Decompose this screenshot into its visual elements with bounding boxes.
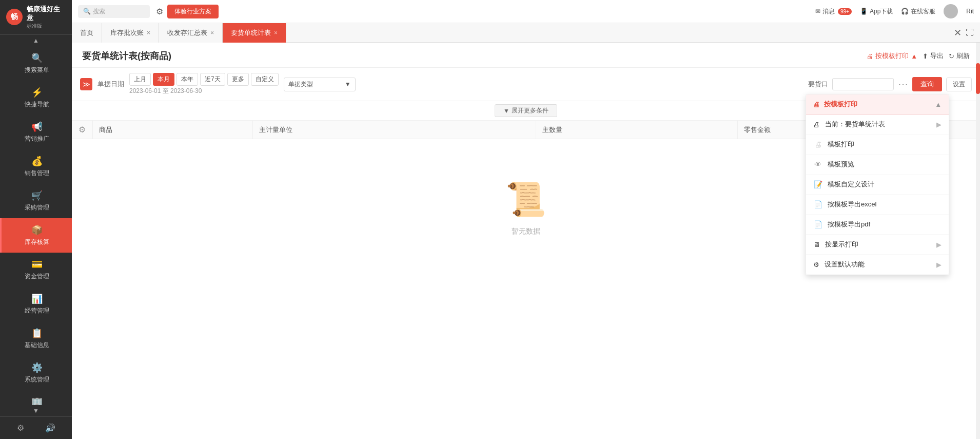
dropdown-item-template-pdf[interactable]: 📄 按模板导出pdf	[806, 215, 949, 235]
expand-window-icon[interactable]: ⛶	[966, 28, 974, 37]
sidebar-item-shortcut[interactable]: ⚡ 快捷导航	[0, 81, 72, 115]
tab-bar: 首页库存批次账 ×收发存汇总表 ×要货单统计表 × ✕ ⛶	[72, 23, 980, 43]
dropdown-item-default-func[interactable]: ⚙ 设置默认功能 ▶	[806, 255, 949, 275]
dropdown-item-label-template-preview: 模板预览	[828, 160, 854, 169]
query-button[interactable]: 查询	[912, 77, 942, 91]
message-icon: ✉	[815, 8, 820, 15]
sidebar-item-basic[interactable]: 📋 基础信息	[0, 321, 72, 356]
page-header-actions: 🖨 按模板打印 ▲ ⬆ 导出 ↻ 刷新	[867, 51, 970, 61]
tab-receipt-summary[interactable]: 收发存汇总表 ×	[159, 23, 223, 43]
chevron-right-icon: ▶	[936, 261, 942, 269]
tab-close-batch-account[interactable]: ×	[147, 29, 150, 36]
date-btn-本年[interactable]: 本年	[177, 73, 198, 86]
messages-button[interactable]: ✉ 消息 99+	[815, 7, 852, 16]
tab-batch-account[interactable]: 库存批次账 ×	[102, 23, 159, 43]
right-scrollbar[interactable]	[976, 43, 980, 439]
table-col-unit: 主计量单位	[253, 121, 536, 139]
display-print-icon: 🖥	[813, 241, 820, 249]
date-btn-更多[interactable]: 更多	[227, 73, 249, 86]
app-download-button[interactable]: 📱 App下载	[860, 7, 893, 16]
shortcut-label: 快捷导航	[25, 100, 49, 109]
gear-icon[interactable]: ⚙	[156, 7, 163, 16]
table-col-settings[interactable]: ⚙	[72, 121, 92, 139]
dropdown-item-template-excel[interactable]: 📄 按模板导出excel	[806, 195, 949, 215]
type-select[interactable]: 单据类型 ▼	[284, 78, 356, 91]
dropdown-item-template-custom[interactable]: 📝 模板自定义设计	[806, 175, 949, 195]
sidebar-item-operation[interactable]: 📊 经营管理	[0, 287, 72, 321]
sidebar-item-inventory[interactable]: 📦 库存核算	[0, 218, 72, 253]
template-custom-icon: 📝	[813, 180, 822, 188]
tab-close-order-stats[interactable]: ×	[274, 29, 278, 36]
finance-label: 资金管理	[25, 272, 49, 281]
close-window-icon[interactable]: ✕	[954, 27, 962, 39]
dropdown-header-right: ▲	[935, 101, 942, 108]
sidebar-item-finance[interactable]: 💳 资金管理	[0, 253, 72, 287]
messages-label: 消息	[822, 7, 835, 16]
setting-button[interactable]: 设置	[946, 78, 972, 91]
dropdown-item-display-print[interactable]: 🖥 按显示打印 ▶	[806, 235, 949, 255]
sidebar-item-sales[interactable]: 💰 销售管理	[0, 149, 72, 184]
date-btn-上月[interactable]: 上月	[129, 73, 151, 86]
sidebar-item-marketing[interactable]: 📢 营销推广	[0, 115, 72, 149]
dropdown-current-left: 🖨 当前：要货单统计表	[813, 120, 885, 129]
system-label: 系统管理	[25, 375, 49, 384]
logo-sub: 标准版	[27, 23, 66, 29]
settings-icon[interactable]: ⚙	[17, 423, 24, 433]
sidebar-item-search[interactable]: 🔍 搜索菜单	[0, 46, 72, 81]
app-download-label: App下载	[870, 7, 893, 16]
search-placeholder: 搜索	[93, 7, 105, 16]
tab-home[interactable]: 首页	[72, 23, 102, 43]
marketing-label: 营销推广	[25, 135, 49, 143]
template-excel-icon: 📄	[813, 200, 822, 208]
avatar[interactable]	[944, 4, 958, 18]
template-pdf-icon: 📄	[813, 220, 822, 228]
chevron-right-icon: ▶	[936, 241, 942, 249]
dropdown-current-item[interactable]: 🖨 当前：要货单统计表 ▶	[806, 114, 949, 135]
page-title: 要货单统计表(按商品)	[82, 50, 171, 62]
logo-main: 畅康通好生意	[27, 5, 66, 23]
printer-icon: 🖨	[813, 101, 820, 108]
online-service-button[interactable]: 🎧 在线客服	[901, 7, 935, 16]
purchase-icon: 🛒	[31, 190, 43, 201]
date-btn-近7天[interactable]: 近7天	[200, 73, 225, 86]
sidebar-item-purchase[interactable]: 🛒 采购管理	[0, 184, 72, 218]
more-options-icon[interactable]: ⋯	[898, 78, 908, 90]
order-goods-input[interactable]	[832, 78, 894, 90]
default-func-icon: ⚙	[813, 261, 819, 269]
type-select-label: 单据类型	[288, 80, 313, 89]
tab-label-order-stats: 要货单统计表	[231, 28, 271, 37]
search-input[interactable]: 🔍 搜索	[78, 5, 150, 18]
online-service-label: 在线客服	[911, 7, 935, 16]
template-print-button[interactable]: 🖨 按模板打印 ▲	[867, 51, 917, 61]
expand-more-button[interactable]: ▼ 展开更多条件	[495, 104, 557, 117]
export-button[interactable]: ⬆ 导出	[923, 51, 944, 61]
date-btn-本月[interactable]: 本月	[153, 73, 174, 86]
refresh-button[interactable]: ↻ 刷新	[949, 51, 970, 61]
purchase-label: 采购管理	[25, 203, 49, 212]
dropdown-item-template-preview[interactable]: 👁 模板预览	[806, 155, 949, 175]
template-print-icon: 🖨	[813, 140, 822, 148]
search-icon: 🔍	[31, 52, 43, 64]
sidebar-scroll-up[interactable]: ▲	[0, 35, 72, 46]
messages-badge: 99+	[838, 8, 852, 15]
dropdown-item-left-display-print: 🖥 按显示打印	[813, 240, 858, 249]
dropdown-item-label-template-excel: 按模板导出excel	[828, 200, 876, 209]
sound-icon[interactable]: 🔊	[45, 423, 55, 433]
dropdown-header-left: 🖨 按模板打印	[813, 100, 857, 109]
trial-button[interactable]: 体验行业方案	[167, 5, 219, 18]
sidebar-scroll-down[interactable]: ▼	[0, 405, 72, 416]
enterprise-icon: 🏢	[31, 396, 43, 405]
sidebar-item-system[interactable]: ⚙️ 系统管理	[0, 356, 72, 390]
sidebar-item-enterprise[interactable]: 🏢 企业协同	[0, 390, 72, 405]
settings-icon[interactable]: ⚙	[79, 125, 86, 134]
date-btn-自定义[interactable]: 自定义	[251, 73, 279, 86]
tab-label-batch-account: 库存批次账	[110, 28, 144, 37]
dropdown-title: 按模板打印	[824, 100, 857, 109]
chevron-up-icon: ▲	[911, 52, 917, 60]
date-range: 2023-06-01 至 2023-06-30	[129, 87, 279, 96]
tab-order-stats[interactable]: 要货单统计表 ×	[223, 23, 286, 43]
expand-filter-button[interactable]: ≫	[80, 78, 92, 90]
dropdown-item-template-print[interactable]: 🖨 模板打印	[806, 135, 949, 155]
tab-close-receipt-summary[interactable]: ×	[210, 29, 214, 36]
chevron-up-icon[interactable]: ▲	[935, 101, 942, 108]
